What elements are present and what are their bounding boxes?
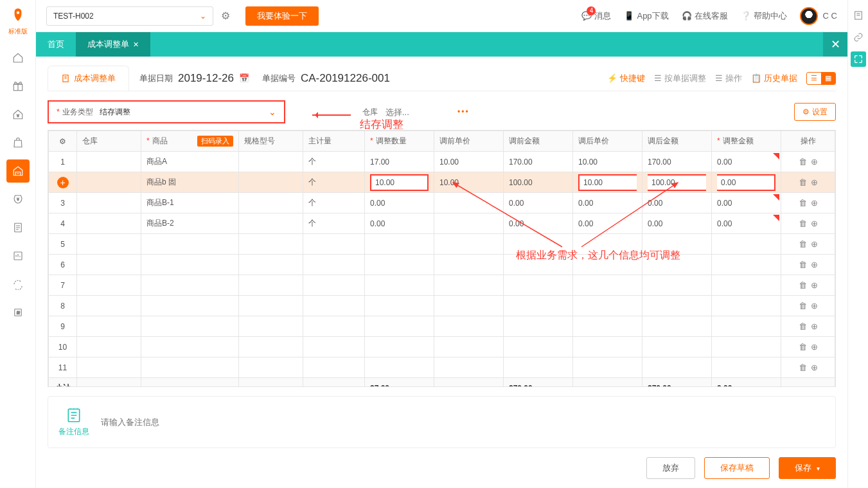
nav-new-icon[interactable]: 新 [6, 301, 30, 324]
warehouse-input[interactable] [385, 107, 450, 117]
col-pre-price[interactable]: 调前单价 [434, 131, 504, 152]
copy-icon[interactable]: ⊕ [811, 157, 818, 167]
view-list-icon[interactable]: ☰ [807, 73, 821, 84]
col-adj-amount[interactable]: *调整金额 [712, 131, 781, 152]
delete-icon[interactable]: 🗑 [799, 280, 807, 290]
col-gear[interactable]: ⚙ [49, 131, 77, 152]
nav-bag-icon[interactable] [6, 131, 30, 154]
nav-gift-icon[interactable] [6, 75, 30, 98]
doc-toolbar: ⚡快捷键 ☰按单据调整 ☰操作 📋历史单据 ☰▦ [607, 72, 836, 85]
copy-icon[interactable]: ⊕ [811, 301, 818, 311]
delete-icon[interactable]: 🗑 [799, 363, 807, 372]
messages-link[interactable]: 💬 4 消息 [581, 10, 611, 22]
settings-button[interactable]: ⚙设置 [794, 103, 836, 121]
col-qty[interactable]: *调整数量 [365, 131, 434, 152]
table-row[interactable]: 4商品B-2个0.000.000.000.000.00🗑⊕ [49, 213, 835, 234]
delete-icon[interactable]: 🗑 [799, 342, 807, 352]
table-row[interactable]: 11🗑⊕ [49, 357, 835, 378]
table-row[interactable]: 7🗑⊕ [49, 275, 835, 296]
table-row[interactable]: 10🗑⊕ [49, 337, 835, 357]
more-icon[interactable]: ••• [457, 107, 470, 116]
remark-input[interactable] [101, 417, 825, 427]
col-spec[interactable]: 规格型号 [239, 131, 303, 152]
view-toggle[interactable]: ☰▦ [806, 72, 836, 85]
copy-icon[interactable]: ⊕ [811, 219, 818, 228]
dock-expand-icon[interactable] [851, 51, 866, 67]
table-row[interactable]: +商品b 固个10.0010.00100.0010.00100.000.00🗑⊕ [49, 172, 835, 193]
lightning-icon: ⚡ [607, 73, 617, 83]
app-download-link[interactable]: 📱App下载 [624, 10, 668, 22]
dock-note-icon[interactable] [851, 8, 866, 23]
scan-button[interactable]: 扫码录入 [197, 136, 233, 147]
col-unit[interactable]: 主计量 [303, 131, 365, 152]
copy-icon[interactable]: ⊕ [811, 198, 818, 208]
shortcut-link[interactable]: ⚡快捷键 [607, 73, 645, 84]
copy-icon[interactable]: ⊕ [811, 239, 818, 249]
doc-tab[interactable]: 成本调整单 [48, 66, 129, 91]
tab-home[interactable]: 首页 [36, 32, 76, 57]
tenant-select[interactable]: TEST-H002 ⌄ [46, 6, 213, 26]
delete-icon[interactable]: 🗑 [799, 219, 807, 228]
main: TEST-H002 ⌄ ⚙ 我要体验一下 💬 4 消息 📱App下载 🎧在线客服… [36, 0, 847, 488]
nav-report-icon[interactable] [6, 244, 30, 267]
col-warehouse[interactable]: 仓库 [77, 131, 141, 152]
nav-money-icon[interactable]: ¥ [6, 188, 30, 211]
grid-header-row: ⚙ 仓库 *商品扫码录入 规格型号 主计量 *调整数量 调前单价 调前金额 调后… [49, 131, 835, 152]
adj-amount-input[interactable]: 0.00 [717, 174, 775, 191]
svg-text:¥: ¥ [17, 197, 19, 201]
table-row[interactable]: 9🗑⊕ [49, 316, 835, 337]
gear-icon[interactable]: ⚙ [221, 10, 230, 22]
delete-icon[interactable]: 🗑 [799, 177, 807, 187]
delete-icon[interactable]: 🗑 [799, 301, 807, 311]
user-link[interactable]: C C [800, 7, 837, 25]
top-bar: TEST-H002 ⌄ ⚙ 我要体验一下 💬 4 消息 📱App下载 🎧在线客服… [36, 0, 847, 32]
copy-icon[interactable]: ⊕ [811, 260, 818, 269]
delete-icon[interactable]: 🗑 [799, 239, 807, 249]
table-row[interactable]: 5🗑⊕ [49, 234, 835, 255]
nav-price-icon[interactable]: ¥ [6, 103, 30, 126]
history-link[interactable]: 📋历史单据 [751, 73, 797, 84]
col-product[interactable]: *商品扫码录入 [141, 131, 239, 152]
delete-icon[interactable]: 🗑 [799, 198, 807, 208]
doc-date[interactable]: 2019-12-26 [178, 72, 234, 85]
delete-icon[interactable]: 🗑 [799, 260, 807, 269]
customer-service-link[interactable]: 🎧在线客服 [682, 10, 728, 22]
copy-icon[interactable]: ⊕ [811, 321, 818, 331]
table-row[interactable]: 8🗑⊕ [49, 296, 835, 316]
calendar-icon[interactable]: 📅 [239, 73, 249, 83]
save-button[interactable]: 保存▾ [779, 457, 836, 479]
remark-label: 备注信息 [58, 407, 89, 437]
copy-icon[interactable]: ⊕ [811, 363, 818, 372]
close-icon[interactable]: ✕ [133, 41, 139, 49]
copy-icon[interactable]: ⊕ [811, 280, 818, 290]
table-row[interactable]: 1商品A个17.0010.00170.0010.00170.000.00🗑⊕ [49, 152, 835, 172]
view-grid-icon[interactable]: ▦ [821, 73, 835, 84]
table-row[interactable]: 3商品B-1个0.000.000.000.000.00🗑⊕ [49, 193, 835, 213]
post-price-input[interactable]: 10.00 [578, 174, 637, 191]
copy-icon[interactable]: ⊕ [811, 177, 818, 187]
tabs-close-all[interactable]: ✕ [823, 32, 847, 57]
nav-refresh-icon[interactable] [6, 273, 30, 296]
col-post-amount[interactable]: 调后金额 [642, 131, 712, 152]
dock-link-icon[interactable] [851, 30, 866, 45]
nav-warehouse-icon[interactable] [6, 159, 30, 183]
tab-cost-adjust[interactable]: 成本调整单✕ [76, 32, 150, 57]
cancel-button[interactable]: 放弃 [646, 457, 695, 479]
col-post-price[interactable]: 调后单价 [573, 131, 642, 152]
add-row-icon[interactable]: + [57, 177, 69, 188]
by-doc-link[interactable]: ☰按单据调整 [654, 73, 706, 84]
save-draft-button[interactable]: 保存草稿 [704, 457, 770, 479]
experience-button[interactable]: 我要体验一下 [245, 6, 319, 26]
post-amount-input[interactable]: 100.00 [648, 174, 706, 191]
copy-icon[interactable]: ⊕ [811, 342, 818, 352]
help-link[interactable]: ❔帮助中心 [741, 10, 787, 22]
ops-link[interactable]: ☰操作 [715, 73, 742, 84]
nav-home-icon[interactable] [6, 46, 30, 69]
table-row[interactable]: 6🗑⊕ [49, 255, 835, 275]
business-type-select[interactable]: * 业务类型 结存调整 ⌄ [48, 100, 285, 123]
delete-icon[interactable]: 🗑 [799, 321, 807, 331]
qty-input[interactable]: 10.00 [370, 174, 429, 191]
nav-clipboard-icon[interactable] [6, 216, 30, 239]
delete-icon[interactable]: 🗑 [799, 157, 807, 167]
col-pre-amount[interactable]: 调前金额 [504, 131, 573, 152]
